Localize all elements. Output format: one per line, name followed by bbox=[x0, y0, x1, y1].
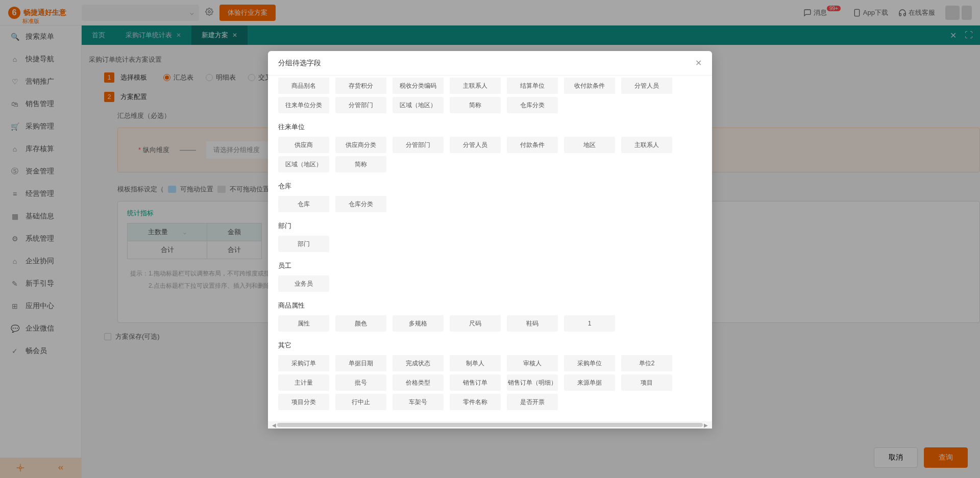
field-chip[interactable]: 销售订单 bbox=[450, 374, 501, 391]
modal-title: 分组待选字段 bbox=[278, 59, 321, 68]
field-chip[interactable]: 来源单据 bbox=[564, 374, 615, 391]
field-chip[interactable]: 分管部门 bbox=[393, 137, 444, 153]
field-chip[interactable]: 完成状态 bbox=[393, 355, 444, 371]
field-row: 往来单位分类分管部门区域（地区）简称仓库分类 bbox=[278, 97, 702, 113]
field-chip[interactable]: 区域（地区） bbox=[278, 156, 329, 172]
field-chip[interactable]: 项目 bbox=[621, 374, 672, 391]
field-chip[interactable]: 分管人员 bbox=[450, 137, 501, 153]
field-chip[interactable]: 主计量 bbox=[278, 374, 329, 391]
field-chip[interactable]: 尺码 bbox=[450, 315, 501, 332]
field-chip[interactable]: 零件名称 bbox=[450, 394, 501, 410]
field-chip[interactable]: 收付款条件 bbox=[564, 78, 615, 94]
field-row: 仓库仓库分类 bbox=[278, 196, 702, 212]
field-chip[interactable]: 业务员 bbox=[278, 275, 329, 292]
field-chip[interactable]: 采购单位 bbox=[564, 355, 615, 371]
field-selector-modal: 分组待选字段 ✕ 商品别名存货积分税收分类编码主联系人结算单位收付款条件分管人员… bbox=[268, 51, 712, 429]
field-chip[interactable]: 制单人 bbox=[450, 355, 501, 371]
field-chip[interactable]: 供应商分类 bbox=[335, 137, 386, 153]
field-row: 区域（地区）简称 bbox=[278, 156, 702, 172]
field-chip[interactable]: 仓库分类 bbox=[507, 97, 558, 113]
field-chip[interactable]: 主联系人 bbox=[450, 78, 501, 94]
field-chip[interactable]: 仓库分类 bbox=[335, 196, 386, 212]
field-group-title: 部门 bbox=[278, 221, 702, 231]
field-row: 部门 bbox=[278, 236, 702, 252]
field-chip[interactable]: 颜色 bbox=[335, 315, 386, 332]
field-chip[interactable]: 简称 bbox=[450, 97, 501, 113]
field-group-title: 仓库 bbox=[278, 182, 702, 191]
field-chip[interactable]: 采购订单 bbox=[278, 355, 329, 371]
field-row: 业务员 bbox=[278, 275, 702, 292]
close-icon[interactable]: ✕ bbox=[695, 58, 702, 68]
field-chip[interactable]: 税收分类编码 bbox=[393, 78, 444, 94]
field-chip[interactable]: 单位2 bbox=[621, 355, 672, 371]
field-group-title: 商品属性 bbox=[278, 301, 702, 310]
field-chip[interactable]: 销售订单（明细） bbox=[507, 374, 558, 391]
field-chip[interactable]: 是否开票 bbox=[507, 394, 558, 410]
field-chip[interactable]: 批号 bbox=[335, 374, 386, 391]
field-group-title: 员工 bbox=[278, 261, 702, 270]
field-chip[interactable]: 商品别名 bbox=[278, 78, 329, 94]
field-chip[interactable]: 鞋码 bbox=[507, 315, 558, 332]
field-chip[interactable]: 存货积分 bbox=[335, 78, 386, 94]
field-chip[interactable]: 分管人员 bbox=[621, 78, 672, 94]
field-chip[interactable]: 单据日期 bbox=[335, 355, 386, 371]
scroll-left-icon[interactable]: ◀ bbox=[272, 422, 276, 428]
modal-header: 分组待选字段 ✕ bbox=[268, 51, 712, 76]
field-chip[interactable]: 审核人 bbox=[507, 355, 558, 371]
field-chip[interactable]: 付款条件 bbox=[507, 137, 558, 153]
field-chip[interactable]: 简称 bbox=[335, 156, 386, 172]
field-group-title: 往来单位 bbox=[278, 122, 702, 132]
field-chip[interactable]: 供应商 bbox=[278, 137, 329, 153]
field-row: 属性颜色多规格尺码鞋码1 bbox=[278, 315, 702, 332]
horizontal-scrollbar[interactable]: ◀ ▶ bbox=[268, 421, 712, 429]
field-chip[interactable]: 地区 bbox=[564, 137, 615, 153]
field-chip[interactable]: 行中止 bbox=[335, 394, 386, 410]
field-chip[interactable]: 结算单位 bbox=[507, 78, 558, 94]
field-chip[interactable]: 往来单位分类 bbox=[278, 97, 329, 113]
field-row: 供应商供应商分类分管部门分管人员付款条件地区主联系人 bbox=[278, 137, 702, 153]
field-row: 采购订单单据日期完成状态制单人审核人采购单位单位2 bbox=[278, 355, 702, 371]
field-row: 项目分类行中止车架号零件名称是否开票 bbox=[278, 394, 702, 410]
modal-body[interactable]: 商品别名存货积分税收分类编码主联系人结算单位收付款条件分管人员往来单位分类分管部… bbox=[268, 76, 712, 421]
field-chip[interactable]: 属性 bbox=[278, 315, 329, 332]
field-chip[interactable]: 价格类型 bbox=[393, 374, 444, 391]
field-chip[interactable]: 主联系人 bbox=[621, 137, 672, 153]
field-row: 商品别名存货积分税收分类编码主联系人结算单位收付款条件分管人员 bbox=[278, 78, 702, 94]
scroll-right-icon[interactable]: ▶ bbox=[704, 422, 708, 428]
field-chip[interactable]: 仓库 bbox=[278, 196, 329, 212]
field-row: 主计量批号价格类型销售订单销售订单（明细）来源单据项目 bbox=[278, 374, 702, 391]
field-chip[interactable]: 1 bbox=[564, 315, 615, 332]
field-chip[interactable]: 区域（地区） bbox=[393, 97, 444, 113]
field-chip[interactable]: 多规格 bbox=[393, 315, 444, 332]
field-chip[interactable]: 车架号 bbox=[393, 394, 444, 410]
field-group-title: 其它 bbox=[278, 341, 702, 350]
field-chip[interactable]: 部门 bbox=[278, 236, 329, 252]
field-chip[interactable]: 分管部门 bbox=[335, 97, 386, 113]
scroll-thumb[interactable] bbox=[277, 423, 703, 427]
field-chip[interactable]: 项目分类 bbox=[278, 394, 329, 410]
